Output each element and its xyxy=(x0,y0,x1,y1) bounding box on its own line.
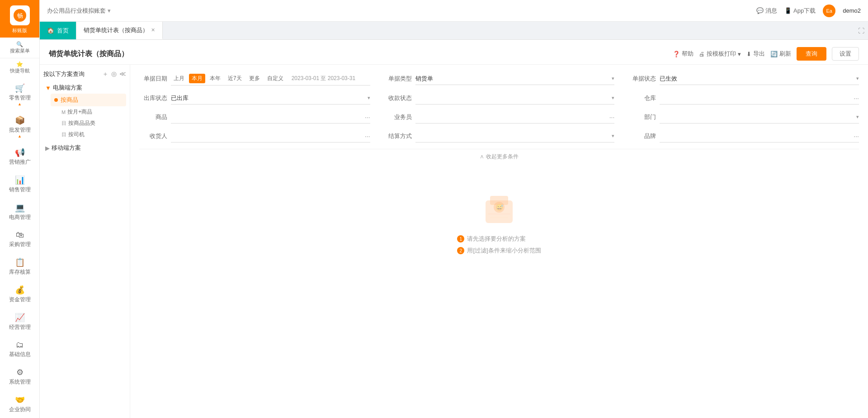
refresh-btn[interactable]: 🔄 刷新 xyxy=(770,50,791,58)
sidebar-item-sales[interactable]: 📊 销售管理 xyxy=(0,171,39,198)
scheme-sub-monthly[interactable]: M 按月+商品 xyxy=(51,106,126,118)
dept-control[interactable]: ▾ xyxy=(660,111,859,124)
quick-nav-btn[interactable]: ⭐快捷导航 xyxy=(10,58,30,77)
left-panel-header: 按以下方案查询 ＋ ◎ ≪ xyxy=(43,70,126,78)
scheme-sub-category[interactable]: 目 按商品品类 xyxy=(51,118,126,129)
add-scheme-icon[interactable]: ＋ xyxy=(102,70,108,78)
message-btn[interactable]: 💬 消息 xyxy=(756,7,777,15)
sidebar-item-ecommerce[interactable]: 💻 电商管理 xyxy=(0,198,39,226)
logo-area: 畅 标账版 xyxy=(0,0,39,38)
date-tab-last-month[interactable]: 上月 xyxy=(171,74,187,83)
sidebar-item-label: 营销推广 xyxy=(9,158,31,166)
status-control[interactable]: 已生效 ▾ xyxy=(660,72,859,85)
status-select[interactable]: 已生效 ▾ xyxy=(660,75,859,83)
sidebar-item-inventory[interactable]: 📋 库存核算 xyxy=(0,253,39,280)
mobile-scheme-label[interactable]: ▶ 移动端方案 xyxy=(43,142,126,154)
filter-type: 单据类型 销货单 ▾ xyxy=(384,72,615,85)
filter-brand: 品牌 ··· xyxy=(628,130,859,142)
type-select[interactable]: 销货单 ▾ xyxy=(415,75,615,83)
sidebar-item-label: 系统管理 xyxy=(9,378,31,386)
collapse-bar[interactable]: ∧ 收起更多条件 xyxy=(139,149,859,164)
date-tab-this-month[interactable]: 本月 xyxy=(189,74,205,83)
receiver-dots-icon[interactable]: ··· xyxy=(365,133,370,140)
tip-num-1: 1 xyxy=(457,235,464,242)
sidebar-item-purchase[interactable]: 🛍 采购管理 xyxy=(0,226,39,253)
warehouse-label: 仓库 xyxy=(628,94,660,102)
dept-select[interactable]: ▾ xyxy=(660,114,859,120)
tab-report[interactable]: 销货单统计表（按商品） ✕ xyxy=(76,22,163,39)
warehouse-select[interactable]: ··· xyxy=(660,95,859,102)
sidebar-item-retail[interactable]: 🛒 零售管理 ▲ xyxy=(0,79,39,111)
pay-control[interactable]: ▾ xyxy=(415,92,615,104)
salesperson-control[interactable]: ··· xyxy=(415,111,615,124)
sidebar-item-label: 企业协同 xyxy=(9,406,31,413)
salesperson-dots-icon[interactable]: ··· xyxy=(609,114,615,121)
mobile-icon: 📱 xyxy=(784,7,792,14)
desktop-scheme-label[interactable]: ▼ 电脑端方案 xyxy=(43,82,126,94)
print-btn[interactable]: 🖨 按模板打印 ▾ xyxy=(699,50,741,58)
message-icon: 💬 xyxy=(756,7,764,14)
search-menu-btn[interactable]: 🔍搜索菜单 xyxy=(10,41,30,54)
date-range: 2023-03-01 至 2023-03-31 xyxy=(292,75,355,82)
brand-select[interactable]: ··· xyxy=(660,133,859,140)
pay-arrow-icon: ▾ xyxy=(612,95,614,101)
sidebar-item-business[interactable]: 📈 经营管理 xyxy=(0,308,39,336)
sidebar-search-section: 🔍搜索菜单 xyxy=(0,38,39,58)
date-tab-this-year[interactable]: 本年 xyxy=(207,74,223,83)
chevron-down-icon[interactable]: ▾ xyxy=(108,7,111,14)
goods-select[interactable]: ··· xyxy=(171,114,370,121)
brand-control[interactable]: ··· xyxy=(660,130,859,142)
receiver-select[interactable]: ··· xyxy=(171,133,370,140)
sidebar-item-label: 采购管理 xyxy=(9,241,31,248)
sidebar-item-label: 零售管理 xyxy=(9,94,31,102)
sidebar-item-basic[interactable]: 🗂 基础信息 xyxy=(0,336,39,363)
warehouse-dots-icon[interactable]: ··· xyxy=(854,95,859,102)
goods-label: 商品 xyxy=(139,113,171,121)
sidebar-item-marketing[interactable]: 📢 营销推广 xyxy=(0,143,39,171)
tip-text-1: 请先选择要分析的方案 xyxy=(467,235,526,243)
sidebar-item-wholesale[interactable]: 📦 批发管理 ▲ xyxy=(0,111,39,143)
sidebar-item-collab[interactable]: 🤝 企业协同 xyxy=(0,390,39,418)
filter-row-4: 收货人 ··· 结算方式 xyxy=(139,130,859,142)
brand-dots-icon[interactable]: ··· xyxy=(854,133,859,140)
pay-select[interactable]: ▾ xyxy=(415,95,615,101)
scheme-item-by-goods[interactable]: 按商品 xyxy=(51,94,126,106)
query-button[interactable]: 查询 xyxy=(797,47,826,61)
scheme-sub-driver[interactable]: 目 按司机 xyxy=(51,129,126,140)
tab-home[interactable]: 🏠 首页 xyxy=(40,22,76,39)
sidebar-item-system[interactable]: ⚙ 系统管理 xyxy=(0,363,39,390)
receiver-control[interactable]: ··· xyxy=(171,130,370,142)
maximize-icon[interactable]: ⛶ xyxy=(858,27,864,34)
sidebar-item-label: 电商管理 xyxy=(9,214,31,221)
salesperson-select[interactable]: ··· xyxy=(415,114,615,121)
goods-dots-icon[interactable]: ··· xyxy=(365,114,370,121)
page-title: 销货单统计表（按商品） xyxy=(49,49,128,59)
sidebar-item-finance[interactable]: 💰 资金管理 xyxy=(0,280,39,308)
ecommerce-icon: 💻 xyxy=(15,203,25,213)
edit-scheme-icon[interactable]: ◎ xyxy=(111,70,117,78)
payment-select[interactable]: ▾ xyxy=(415,133,615,139)
settings-button[interactable]: 设置 xyxy=(832,47,859,61)
close-tab-icon[interactable]: ✕ xyxy=(151,27,155,33)
collapse-panel-icon[interactable]: ≪ xyxy=(119,70,126,78)
sidebar-item-label: 库存核算 xyxy=(9,268,31,276)
date-tab-7days[interactable]: 近7天 xyxy=(225,74,245,83)
date-tab-more[interactable]: 更多 xyxy=(246,74,263,83)
out-control[interactable]: 已出库 ▾ xyxy=(171,92,370,104)
avatar[interactable]: Ea xyxy=(823,5,835,17)
refresh-icon: 🔄 xyxy=(770,51,778,57)
goods-control[interactable]: ··· xyxy=(171,111,370,124)
payment-control[interactable]: ▾ xyxy=(415,130,615,142)
type-control[interactable]: 销货单 ▾ xyxy=(415,72,615,85)
pay-label: 收款状态 xyxy=(384,94,415,102)
status-value: 已生效 xyxy=(660,75,677,83)
warehouse-control[interactable]: ··· xyxy=(660,92,859,104)
sub-icon-driver: 目 xyxy=(61,131,66,138)
help-btn[interactable]: ❓ 帮助 xyxy=(673,50,693,58)
tabbar: 🏠 首页 销货单统计表（按商品） ✕ ⛶ xyxy=(40,22,868,40)
export-btn[interactable]: ⬇ 导出 xyxy=(746,50,765,58)
app-download-btn[interactable]: 📱 App下载 xyxy=(784,7,816,15)
date-tab-custom[interactable]: 自定义 xyxy=(264,74,286,83)
out-select[interactable]: 已出库 ▾ xyxy=(171,94,370,102)
home-icon: 🏠 xyxy=(47,27,54,34)
